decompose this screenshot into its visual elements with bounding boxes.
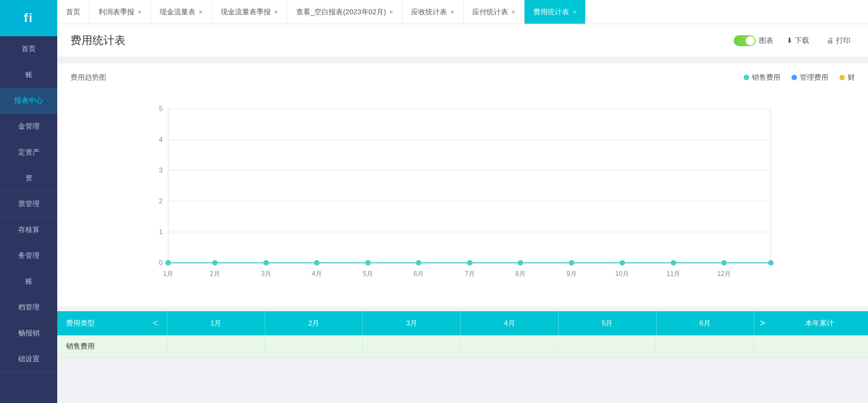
- sidebar-item-report[interactable]: 报表中心: [0, 88, 57, 114]
- svg-text:10月: 10月: [615, 270, 629, 278]
- tab-home[interactable]: 首页: [57, 0, 90, 24]
- table-header-month3: 3月: [363, 311, 461, 335]
- svg-text:2月: 2月: [210, 270, 220, 278]
- table-header-month1: 1月: [167, 311, 265, 335]
- sidebar-item-writeoff[interactable]: 畅报销: [0, 321, 57, 346]
- chart-section: 费用趋势图 销售费用 管理费用 财: [57, 64, 868, 307]
- page-title: 费用统计表: [70, 33, 125, 48]
- chart-dot: [620, 260, 625, 266]
- svg-text:3: 3: [159, 167, 163, 174]
- svg-text:12月: 12月: [717, 270, 731, 278]
- table-header-month2: 2月: [265, 311, 363, 335]
- table-header-total: 本年累计: [771, 311, 868, 335]
- table-cell-m6: [656, 335, 753, 357]
- legend-admin: 管理费用: [791, 73, 828, 82]
- chart-dot: [722, 260, 727, 266]
- tab-blank-report[interactable]: 查看_空白报表(2023年02月) ×: [287, 0, 402, 24]
- svg-text:4: 4: [159, 136, 163, 143]
- tab-close-cashflow[interactable]: ×: [199, 8, 203, 16]
- chart-dot: [671, 260, 676, 266]
- tab-bar: 首页 利润表季报 × 现金流量表 × 现金流量表季报 × 查看_空白报表(202…: [57, 0, 868, 24]
- tab-close-cashflow-quarter[interactable]: ×: [274, 8, 278, 16]
- svg-text:7月: 7月: [465, 270, 475, 278]
- table-header-month6: 6月: [657, 311, 755, 335]
- table-nav-next[interactable]: >: [754, 311, 771, 335]
- tab-close-receivable[interactable]: ×: [450, 8, 454, 16]
- main-area: 首页 利润表季报 × 现金流量表 × 现金流量表季报 × 查看_空白报表(202…: [57, 0, 868, 403]
- svg-text:0: 0: [159, 259, 163, 267]
- legend-dot-admin: [791, 75, 797, 80]
- legend-dot-finance: [839, 75, 845, 80]
- legend-label-finance: 财: [848, 73, 855, 82]
- table-header-type: 费用类型 <: [57, 311, 167, 335]
- tab-cashflow-quarter[interactable]: 现金流量表季报 ×: [212, 0, 287, 24]
- table-cell-m3: [363, 335, 460, 357]
- sidebar-item-bank[interactable]: 账: [0, 269, 57, 295]
- table-row-sales: 销售费用: [57, 335, 868, 357]
- chart-dot: [768, 260, 774, 266]
- chart-svg: 0 1 2 3 4 5: [70, 89, 855, 292]
- table-cell-nav-spacer: [754, 335, 771, 357]
- sidebar-item-ticket[interactable]: 票管理: [0, 191, 57, 217]
- svg-text:4月: 4月: [312, 270, 322, 278]
- table-nav-prev[interactable]: <: [153, 318, 158, 328]
- svg-text:3月: 3月: [261, 270, 271, 278]
- chart-title: 费用趋势图: [70, 73, 106, 82]
- print-button[interactable]: 🖨 打印: [822, 34, 855, 48]
- sidebar-item-fund[interactable]: 金管理: [0, 114, 57, 140]
- download-icon: ⬇: [787, 36, 793, 45]
- page-header: 费用统计表 图表 ⬇ 下载 🖨 打印: [57, 24, 868, 57]
- tab-close-blank-report[interactable]: ×: [389, 8, 393, 16]
- legend-label-admin: 管理费用: [800, 73, 828, 82]
- table-header-month4: 4月: [461, 311, 559, 335]
- legend-label-sales: 销售费用: [752, 73, 780, 82]
- legend-sales: 销售费用: [744, 73, 780, 82]
- sidebar-item-settings[interactable]: 础设置: [0, 346, 57, 372]
- chart-header: 费用趋势图 销售费用 管理费用 财: [70, 73, 855, 82]
- toggle-label: 图表: [759, 36, 773, 46]
- sidebar-item-service[interactable]: 务管理: [0, 243, 57, 269]
- table-cell-m2: [265, 335, 362, 357]
- table-cell-m4: [460, 335, 558, 357]
- sidebar-item-investment[interactable]: 资: [0, 165, 57, 191]
- download-button[interactable]: ⬇ 下载: [782, 34, 814, 48]
- chart-dot: [212, 260, 218, 266]
- tab-cashflow[interactable]: 现金流量表 ×: [151, 0, 212, 24]
- chart-toggle[interactable]: [734, 35, 756, 46]
- sidebar-item-archive[interactable]: 档管理: [0, 295, 57, 321]
- legend-dot-sales: [744, 75, 749, 80]
- svg-text:8月: 8月: [515, 270, 526, 278]
- table-cell-type: 销售费用: [57, 335, 167, 357]
- sidebar-item-inventory[interactable]: 存核算: [0, 217, 57, 243]
- tab-receivable[interactable]: 应收统计表 ×: [402, 0, 463, 24]
- chart-dot: [518, 260, 523, 266]
- tab-payable[interactable]: 应付统计表 ×: [463, 0, 525, 24]
- svg-text:6月: 6月: [413, 270, 424, 278]
- page-content: 费用统计表 图表 ⬇ 下载 🖨 打印 费用趋势图: [57, 24, 868, 403]
- tab-expense[interactable]: 费用统计表 ×: [525, 0, 586, 24]
- header-actions: 图表 ⬇ 下载 🖨 打印: [734, 34, 855, 48]
- svg-text:5: 5: [159, 105, 163, 113]
- tab-profit-report[interactable]: 利润表季报 ×: [90, 0, 151, 24]
- print-icon: 🖨: [827, 36, 834, 45]
- sidebar-item-fixed-asset[interactable]: 定资产: [0, 140, 57, 165]
- sidebar-item-account[interactable]: 账: [0, 62, 57, 88]
- chart-dot: [314, 260, 320, 266]
- tab-close-expense[interactable]: ×: [572, 8, 576, 16]
- table-section: 费用类型 < 1月 2月 3月 4月 5月 6月 > 本年累计 销售费用: [57, 311, 868, 357]
- sidebar: fi 首页 账 报表中心 金管理 定资产 资 票管理 存核算 务管理 账 档管理…: [0, 0, 57, 403]
- tab-close-profit-report[interactable]: ×: [138, 8, 141, 16]
- chart-dot: [365, 260, 371, 266]
- svg-text:1月: 1月: [163, 270, 173, 278]
- svg-text:1: 1: [159, 228, 163, 236]
- chart-area: 0 1 2 3 4 5: [70, 89, 855, 298]
- table-cell-m5: [558, 335, 656, 357]
- table-cell-m1: [167, 335, 265, 357]
- svg-text:5月: 5月: [363, 270, 373, 278]
- svg-text:11月: 11月: [667, 270, 680, 278]
- svg-text:9月: 9月: [566, 270, 577, 278]
- sidebar-item-home[interactable]: 首页: [0, 36, 57, 62]
- tab-close-payable[interactable]: ×: [511, 8, 515, 16]
- table-header-month5: 5月: [559, 311, 657, 335]
- chart-dot: [264, 260, 269, 266]
